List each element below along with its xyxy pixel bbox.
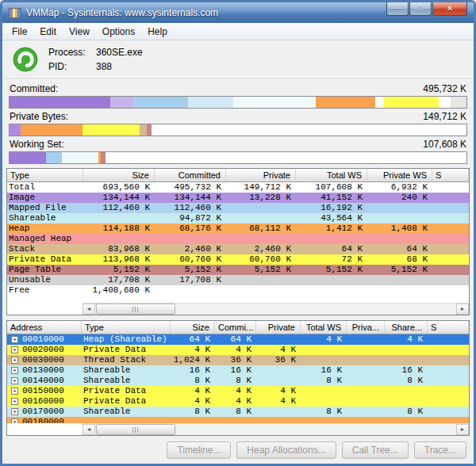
cell-total-ws xyxy=(301,396,347,407)
expand-icon[interactable]: + xyxy=(11,357,18,364)
column-header-committed[interactable]: Commi... xyxy=(215,321,256,334)
column-header-size[interactable]: Size xyxy=(83,169,155,181)
detail-row[interactable]: + 00010000 Heap (Shareable) 64 K 64 K 4 … xyxy=(7,334,469,345)
menu-item[interactable]: Help xyxy=(141,24,174,40)
detail-row[interactable]: + 00180000 xyxy=(7,417,469,423)
private-bytes-label: Private Bytes: xyxy=(10,112,68,122)
action-button[interactable]: Heap Allocations... xyxy=(236,441,336,459)
column-header-private[interactable]: Private xyxy=(226,169,296,181)
action-button[interactable]: Trace... xyxy=(414,441,466,459)
detail-row[interactable]: + 00140000 Shareable 8 K 8 K 8 K 8 K xyxy=(7,376,469,386)
vmmap-window: VMMap - Sysinternals: www.sysinternals.c… xyxy=(0,0,476,466)
summary-horizontal-scrollbar[interactable]: ◄ ► xyxy=(83,303,469,315)
cell-size: 1,408,680 K xyxy=(83,285,155,296)
summary-row[interactable]: Managed Heap xyxy=(7,234,469,244)
column-header-type[interactable]: Type xyxy=(7,169,83,181)
minimize-button[interactable]: — xyxy=(386,2,409,16)
scroll-left-icon[interactable]: ◄ xyxy=(83,304,95,315)
cell-shareable-ws xyxy=(432,275,469,285)
column-header-private-ws[interactable]: Private WS xyxy=(367,169,432,181)
menu-item[interactable]: File xyxy=(6,24,33,40)
detail-row[interactable]: + 00150000 Private Data 4 K 4 K 4 K xyxy=(7,386,469,396)
action-button[interactable]: Call Tree... xyxy=(342,441,409,459)
cell-type: Thread Stack xyxy=(82,355,171,365)
cell-total-ws: 64 K xyxy=(296,244,367,254)
scroll-right-icon[interactable]: ► xyxy=(456,304,469,315)
cell-committed: 8 K xyxy=(215,376,256,386)
expand-icon[interactable]: + xyxy=(11,398,18,405)
detail-row[interactable]: + 00160000 Private Data 4 K 4 K 4 K xyxy=(7,396,469,407)
expand-icon[interactable]: + xyxy=(11,346,18,353)
summary-row[interactable]: Private Data 113,968 K 60,760 K 60,760 K… xyxy=(7,254,469,265)
summary-row[interactable]: Total 693,560 K 495,732 K 149,712 K 107,… xyxy=(7,182,469,193)
column-header-shareable-ws[interactable]: S xyxy=(432,169,469,181)
menu-item[interactable]: Edit xyxy=(33,24,63,40)
detail-row[interactable]: + 00030000 Thread Stack 1,024 K 36 K 36 … xyxy=(7,355,469,365)
expand-icon[interactable]: + xyxy=(11,408,18,415)
menu-bar: File Edit View Options Help xyxy=(2,23,474,40)
bar-segment xyxy=(316,97,375,108)
column-header-address[interactable]: Address xyxy=(7,321,82,334)
expand-icon[interactable]: + xyxy=(11,388,18,395)
detail-row[interactable]: + 00130000 Shareable 16 K 16 K 16 K 16 K xyxy=(7,365,469,376)
cell-shareable-ws: 8 K xyxy=(385,407,428,417)
detail-horizontal-scrollbar[interactable]: ◄ ► xyxy=(83,423,469,435)
column-header-committed[interactable]: Committed xyxy=(155,169,226,181)
expand-icon[interactable]: + xyxy=(11,377,18,384)
cell-committed: 4 K xyxy=(215,345,256,355)
cell-type: Page Table xyxy=(7,265,83,275)
column-header-total-ws[interactable]: Total WS xyxy=(301,321,347,334)
cell-committed: 4 K xyxy=(215,396,256,407)
cell-total-ws: 107,608 K xyxy=(296,182,367,193)
action-button[interactable]: Timeline... xyxy=(167,441,231,459)
expand-icon[interactable]: + xyxy=(11,418,18,423)
summary-row[interactable]: Heap 114,188 K 68,176 K 68,112 K 1,412 K… xyxy=(7,223,469,234)
summary-row[interactable]: Stack 83,968 K 2,460 K 2,460 K 64 K 64 K xyxy=(7,244,469,254)
title-bar[interactable]: VMMap - Sysinternals: www.sysinternals.c… xyxy=(2,2,474,23)
scroll-left-icon[interactable]: ◄ xyxy=(83,424,95,435)
private-bytes-bar xyxy=(9,124,467,136)
cell-shareable-ws xyxy=(432,234,469,244)
scroll-thumb[interactable] xyxy=(96,424,175,435)
cell-total-ws: 41,152 K xyxy=(296,193,367,203)
summary-row[interactable]: Image 134,144 K 134,144 K 13,228 K 41,15… xyxy=(7,193,469,203)
cell-total-ws xyxy=(301,386,347,396)
menu-item[interactable]: Options xyxy=(96,24,141,40)
summary-row[interactable]: Page Table 5,152 K 5,152 K 5,152 K 5,152… xyxy=(7,265,469,275)
summary-row[interactable]: Shareable 94,872 K 43,564 K xyxy=(7,213,469,223)
expand-icon[interactable]: + xyxy=(11,336,18,343)
column-header-size[interactable]: Size xyxy=(171,321,215,334)
detail-row[interactable]: + 00020000 Private Data 4 K 4 K 4 K xyxy=(7,345,469,355)
column-header-type[interactable]: Type xyxy=(82,321,171,334)
summary-row[interactable]: Mapped File 112,460 K 112,460 K 16,192 K xyxy=(7,203,469,213)
menu-item[interactable]: View xyxy=(63,24,96,40)
cell-shareable-ws xyxy=(432,254,469,265)
column-header-shareable-ws[interactable]: Share... xyxy=(385,321,428,334)
cell-size: 8 K xyxy=(171,376,215,386)
cell-size xyxy=(171,417,215,423)
cell-shareable-ws xyxy=(385,355,428,365)
close-button[interactable]: ✕ xyxy=(432,2,467,16)
cell-type: Managed Heap xyxy=(7,234,83,244)
column-header-private[interactable]: Private xyxy=(256,321,301,334)
expand-icon[interactable]: + xyxy=(11,367,18,374)
scroll-track[interactable] xyxy=(176,304,456,315)
summary-row[interactable]: Unusable 17,708 K 17,708 K xyxy=(7,275,469,285)
address-text: 00010000 xyxy=(22,334,64,345)
cell-private-ws: 64 K xyxy=(367,244,432,254)
cell-size: 17,708 K xyxy=(83,275,155,285)
scroll-right-icon[interactable]: ► xyxy=(456,424,469,435)
column-header-s[interactable]: S xyxy=(428,321,469,334)
scroll-track[interactable] xyxy=(176,424,456,435)
cell-private: 2,460 K xyxy=(226,244,296,254)
cell-address: + 00030000 xyxy=(7,355,82,365)
committed-bar xyxy=(9,96,467,109)
column-header-total-ws[interactable]: Total WS xyxy=(296,169,367,181)
cell-private: 4 K xyxy=(256,396,301,407)
detail-row[interactable]: + 00170000 Shareable 8 K 8 K 8 K 8 K xyxy=(7,407,469,417)
scroll-thumb[interactable] xyxy=(96,304,175,315)
column-header-private-ws[interactable]: Priva... xyxy=(347,321,385,334)
cell-committed: 495,732 K xyxy=(155,182,226,193)
maximize-button[interactable]: □ xyxy=(409,2,432,16)
summary-row[interactable]: Free 1,408,680 K xyxy=(7,285,469,296)
